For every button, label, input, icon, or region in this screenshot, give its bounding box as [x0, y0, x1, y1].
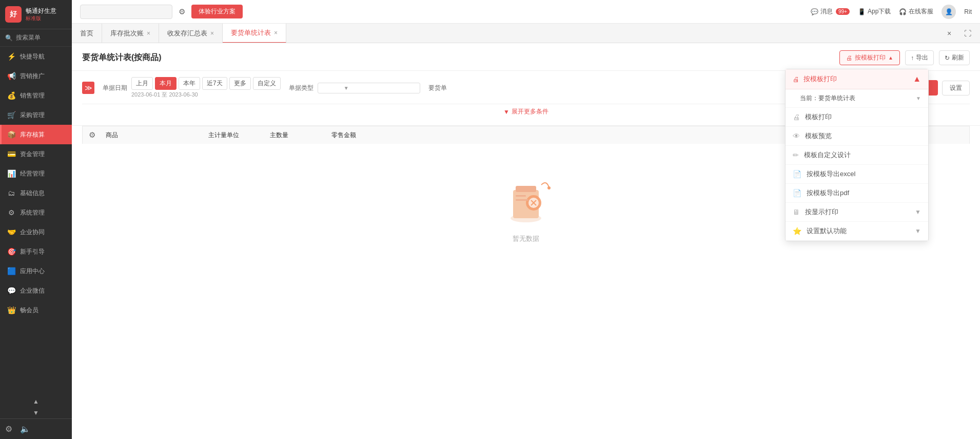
sidebar-item-purchase[interactable]: 🛒 采购管理 — [0, 105, 72, 125]
sidebar-item-finance[interactable]: 💳 资金管理 — [0, 144, 72, 164]
dropdown-item-template-preview[interactable]: 👁 模板预览 — [786, 127, 928, 146]
dropdown-collapse-icon[interactable]: ▲ — [913, 74, 921, 84]
sidebar-item-quick-nav[interactable]: ⚡ 快捷导航 — [0, 47, 72, 66]
date-btn-more[interactable]: 更多 — [229, 77, 251, 90]
dropdown-item-template-excel[interactable]: 📄 按模板导出excel — [786, 165, 928, 184]
nav-icon-inventory: 📦 — [7, 130, 16, 139]
dropdown-section-display-print[interactable]: 🖥 按显示打印 ▼ — [786, 203, 928, 222]
page-content: 要货单统计表(按商品) 🖨 按模板打印 ▲ ↑ 导出 ↻ 刷新 — [72, 43, 980, 439]
chevron-down-icon: ▼ — [503, 108, 509, 116]
nav-label-quick: 快捷导航 — [20, 52, 45, 61]
date-btn-this-month[interactable]: 本月 — [155, 77, 177, 90]
sidebar-item-marketing[interactable]: 📢 营销推广 — [0, 66, 72, 86]
app-edition: 标准版 — [26, 15, 56, 22]
sidebar-item-inventory[interactable]: 📦 库存核算 — [0, 125, 72, 144]
tab-close-all-button[interactable]: × — [942, 26, 956, 41]
dropdown-header[interactable]: 🖨 按模板打印 ▲ — [786, 69, 928, 89]
dropdown-item-template-pdf[interactable]: 📄 按模板导出pdf — [786, 184, 928, 203]
template-print-label: 按模板打印 — [855, 53, 886, 62]
yh-column-filter-group: 要货单 — [428, 84, 447, 92]
date-options-wrapper: 上月 本月 本年 近7天 更多 自定义 2023-06-01 至 2023-06… — [131, 77, 281, 99]
printer-icon: 🖨 — [846, 54, 852, 62]
sidebar-item-operation[interactable]: 📊 经营管理 — [0, 164, 72, 183]
nav-label-system: 系统管理 — [20, 208, 45, 217]
nav-label-basic: 基础信息 — [20, 189, 45, 198]
sidebar-item-appstore[interactable]: 🟦 应用中心 — [0, 261, 72, 281]
sidebar-item-collab[interactable]: 🤝 企业协同 — [0, 222, 72, 242]
refresh-icon: ↻ — [945, 54, 950, 62]
template-print-button[interactable]: 🖨 按模板打印 ▲ — [839, 50, 900, 65]
messages-badge: 99+ — [836, 8, 850, 15]
tab-home[interactable]: 首页 — [72, 24, 102, 43]
dropdown-section-display-label: 按显示打印 — [805, 207, 838, 217]
export-label: 导出 — [916, 53, 928, 62]
date-btn-last-7-days[interactable]: 近7天 — [202, 77, 227, 90]
dropdown-settings-icon: ⭐ — [793, 227, 801, 235]
username-label: Rit — [964, 8, 972, 15]
nav-icon-finance: 💳 — [7, 149, 16, 159]
app-name-block: 畅通好生意 标准版 — [26, 7, 56, 23]
filter-toggle-button[interactable]: ≫ — [82, 82, 94, 94]
export-button[interactable]: ↑ 导出 — [905, 50, 934, 65]
dropdown-item-template-print-label: 模板打印 — [805, 112, 832, 122]
dropdown-header-left: 🖨 按模板打印 — [793, 74, 837, 84]
trial-button[interactable]: 体验行业方案 — [191, 5, 243, 18]
messages-button[interactable]: 💬 消息 99+ — [811, 7, 850, 16]
date-btn-custom[interactable]: 自定义 — [253, 77, 281, 90]
table-col-amount: 零售金额 — [331, 131, 393, 140]
dropdown-item-template-design[interactable]: ✏ 模板自定义设计 — [786, 146, 928, 165]
dropdown-section-default-settings[interactable]: ⭐ 设置默认功能 ▼ — [786, 222, 928, 241]
table-col-unit: 主计量单位 — [208, 131, 260, 140]
sidebar-item-wxwork[interactable]: 💬 企业微信 — [0, 281, 72, 300]
sidebar-scroll-down[interactable]: ▼ — [0, 407, 72, 418]
order-type-select[interactable]: ▼ — [318, 83, 420, 93]
date-btn-this-year[interactable]: 本年 — [179, 77, 200, 90]
online-support-button[interactable]: 🎧 在线客服 — [899, 7, 933, 16]
date-range-text: 2023-06-01 至 2023-06-30 — [131, 91, 281, 99]
empty-text: 暂无数据 — [513, 234, 539, 243]
dropdown-item-template-design-label: 模板自定义设计 — [804, 150, 851, 160]
refresh-button[interactable]: ↻ 刷新 — [939, 50, 970, 65]
date-btn-last-month[interactable]: 上月 — [131, 77, 153, 90]
app-download-button[interactable]: 📱 App下载 — [858, 7, 891, 16]
sidebar-nav: ⚡ 快捷导航 📢 营销推广 💰 销售管理 🛒 采购管理 📦 库存核算 💳 资金管… — [0, 47, 72, 396]
sidebar-search[interactable]: 🔍 搜索菜单 — [0, 29, 72, 47]
tab-receivable-summary[interactable]: 收发存汇总表 × — [159, 24, 223, 43]
avatar-icon: 👤 — [945, 8, 953, 15]
settings-icon[interactable]: ⚙ — [5, 424, 12, 434]
nav-label-purchase: 采购管理 — [20, 111, 45, 120]
user-avatar[interactable]: 👤 — [942, 5, 956, 19]
page-header-actions: 🖨 按模板打印 ▲ ↑ 导出 ↻ 刷新 🖨 — [839, 50, 970, 65]
dropdown-item-template-preview-label: 模板预览 — [805, 131, 832, 141]
dropdown-printer-icon: 🖨 — [793, 75, 799, 83]
dropdown-item-template-print[interactable]: 🖨 模板打印 — [786, 108, 928, 127]
table-column-settings-icon[interactable]: ⚙ — [89, 130, 95, 140]
sound-icon[interactable]: 🔈 — [20, 424, 30, 434]
sidebar-item-sales[interactable]: 💰 销售管理 — [0, 86, 72, 105]
gear-icon[interactable]: ⚙ — [179, 7, 185, 16]
date-options-row: 上月 本月 本年 近7天 更多 自定义 — [131, 77, 281, 90]
tab-maximize-button[interactable]: ⛶ — [961, 26, 975, 41]
nav-icon-quick: ⚡ — [7, 52, 16, 61]
settings-button[interactable]: 设置 — [942, 81, 970, 96]
tab-requisition-stats[interactable]: 要货单统计表 × — [223, 24, 286, 43]
sidebar-bottom: ⚙ 🔈 — [0, 418, 72, 439]
refresh-label: 刷新 — [952, 53, 964, 62]
sidebar-item-member[interactable]: 👑 畅会员 — [0, 300, 72, 320]
nav-icon-appstore: 🟦 — [7, 266, 16, 276]
tab-inventory-batch[interactable]: 库存批次账 × — [102, 24, 159, 43]
dropdown-item-preview-icon: 👁 — [793, 132, 800, 140]
dropdown-settings-arrow: ▼ — [915, 227, 921, 235]
nav-label-collab: 企业协同 — [20, 228, 45, 237]
home-label: 首页 — [80, 29, 93, 38]
current-template-item[interactable]: 当前：要货单统计表 ▼ — [786, 89, 928, 108]
tab-inventory-batch-close[interactable]: × — [147, 30, 150, 37]
sidebar-scroll-up[interactable]: ▲ — [0, 396, 72, 407]
tab-requisition-stats-close[interactable]: × — [274, 29, 278, 36]
sidebar-item-system[interactable]: ⚙ 系统管理 — [0, 203, 72, 222]
message-icon: 💬 — [811, 8, 818, 15]
export-icon: ↑ — [911, 54, 914, 62]
sidebar-item-newbie[interactable]: 🎯 新手引导 — [0, 242, 72, 261]
tab-receivable-summary-close[interactable]: × — [210, 30, 214, 37]
sidebar-item-basic[interactable]: 🗂 基础信息 — [0, 183, 72, 203]
